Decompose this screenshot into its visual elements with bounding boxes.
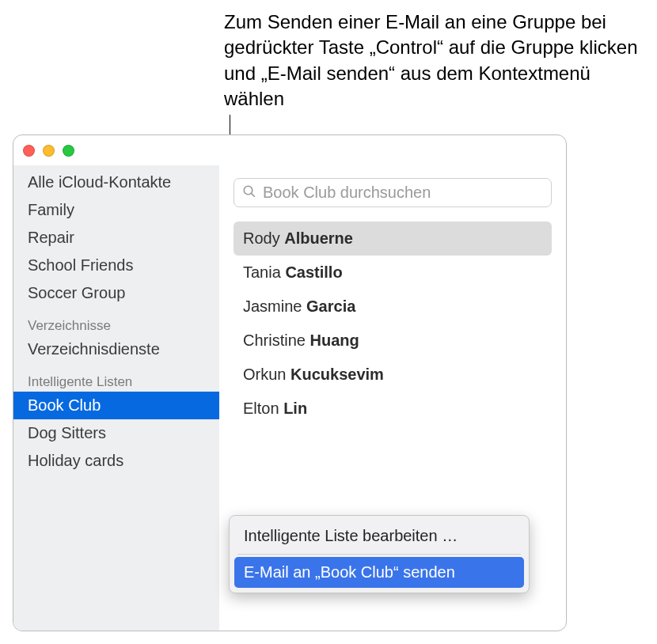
contact-first: Tania: [243, 263, 281, 281]
sidebar-header-directories: Verzeichnisse: [20, 307, 213, 335]
sidebar-item-smart-list[interactable]: Book Club: [13, 392, 219, 419]
window-zoom-button[interactable]: [63, 145, 74, 157]
contact-first: Christine: [243, 331, 306, 349]
sidebar-item-group[interactable]: Alle iCloud-Kontakte: [20, 169, 213, 196]
contact-last: Castillo: [285, 263, 342, 281]
contact-last: Lin: [283, 400, 307, 417]
sidebar-item-group[interactable]: School Friends: [20, 252, 213, 279]
contact-first: Elton: [243, 400, 279, 417]
menu-edit-smart-list[interactable]: Intelligente Liste bearbeiten …: [234, 521, 524, 551]
search-input[interactable]: [263, 184, 543, 202]
menu-separator: [237, 554, 521, 555]
window-titlebar: [13, 135, 566, 165]
contact-row[interactable]: Orkun Kucuksevim: [234, 358, 552, 392]
sidebar-item-group[interactable]: Soccer Group: [20, 279, 213, 307]
contact-first: Orkun: [243, 366, 286, 383]
callout-text: Zum Senden einer E-Mail an eine Gruppe b…: [224, 9, 651, 112]
contact-row[interactable]: Rody Albuerne: [234, 222, 552, 256]
contact-row[interactable]: Christine Huang: [234, 324, 552, 358]
contact-last: Kucuksevim: [291, 366, 384, 383]
search-icon: [242, 184, 256, 202]
search-field[interactable]: [234, 178, 552, 207]
contacts-window: Alle iCloud-KontakteFamilyRepairSchool F…: [13, 134, 567, 631]
sidebar: Alle iCloud-KontakteFamilyRepairSchool F…: [13, 165, 219, 631]
menu-email-group[interactable]: E-Mail an „Book Club“ senden: [234, 557, 524, 588]
contact-row[interactable]: Jasmine Garcia: [234, 290, 552, 324]
contact-row[interactable]: Elton Lin: [234, 392, 552, 426]
sidebar-header-smart: Intelligente Listen: [20, 363, 213, 392]
contact-last: Albuerne: [284, 229, 353, 247]
svg-line-1: [252, 193, 255, 196]
sidebar-item-directory[interactable]: Verzeichnisdienste: [20, 335, 213, 363]
context-menu: Intelligente Liste bearbeiten … E-Mail a…: [229, 515, 530, 593]
svg-point-0: [244, 186, 253, 195]
window-close-button[interactable]: [23, 145, 35, 157]
sidebar-item-smart-list[interactable]: Holiday cards: [20, 447, 213, 475]
contact-last: Garcia: [306, 297, 355, 315]
contact-row[interactable]: Tania Castillo: [234, 256, 552, 290]
sidebar-item-group[interactable]: Family: [20, 196, 213, 224]
sidebar-item-smart-list[interactable]: Dog Sitters: [20, 419, 213, 447]
contact-list: Rody AlbuerneTania CastilloJasmine Garci…: [234, 222, 552, 426]
sidebar-item-group[interactable]: Repair: [20, 224, 213, 252]
contact-first: Jasmine: [243, 297, 302, 315]
contact-last: Huang: [310, 331, 359, 349]
window-minimize-button[interactable]: [43, 145, 55, 157]
contact-first: Rody: [243, 229, 280, 247]
